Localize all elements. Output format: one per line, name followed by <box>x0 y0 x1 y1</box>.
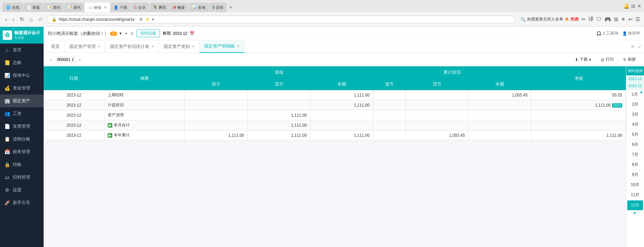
cell-summary: 资产清理 <box>104 110 185 120</box>
tab-home[interactable]: 首页 <box>46 40 65 53</box>
prev-page-button[interactable]: ‹ <box>49 56 53 63</box>
sidebar-item-settings[interactable]: ⚙ 设置 <box>0 184 44 196</box>
browser-tab-new[interactable]: 📄 新版 <box>23 3 43 12</box>
settings-account-icon[interactable]: ⊙ <box>130 31 134 36</box>
sidebar-item-guide[interactable]: 🚀 新手引导 <box>0 196 44 209</box>
browser-tab-qiye[interactable]: C 企业 <box>131 3 149 12</box>
sidebar-item-tax[interactable]: 📅 税务管理 <box>0 145 44 158</box>
customer-service-button[interactable]: 🎧 人工咨询 <box>596 30 618 36</box>
period-value: 2023-12 <box>173 31 187 36</box>
home-button[interactable]: ⌂ <box>28 15 34 24</box>
page-nav: ‹ 000001 1 › <box>49 56 82 63</box>
back-button[interactable]: ‹ <box>4 15 8 24</box>
tab-close-asset-detail-ledger[interactable]: ✕ <box>237 44 239 48</box>
minimize-icon[interactable]: 🔔 <box>624 3 629 9</box>
cell-accum-debit <box>373 110 406 120</box>
brightness-icon[interactable]: ☀ <box>621 16 626 22</box>
restore-icon[interactable]: ⊟ <box>631 3 635 9</box>
dropdown-icon[interactable]: ▾ <box>152 17 154 22</box>
period-month-7[interactable]: 7月 <box>626 150 644 160</box>
next-page-button[interactable]: › <box>77 56 82 63</box>
sidebar-label-reports: 报表中心 <box>13 72 30 78</box>
sidebar-item-inventory[interactable]: 📋 进销台账 <box>0 133 44 145</box>
bookmark-button[interactable]: ☆ <box>37 15 44 24</box>
switch-version-button[interactable]: 切到旧版 <box>137 29 160 37</box>
period-month-8[interactable]: 8月 <box>626 160 644 170</box>
browser-tab-tengxun[interactable]: 🐧 腾讯 <box>149 3 169 12</box>
th-accum-debit: 借方 <box>373 78 406 90</box>
settings-icon[interactable]: ⚙ <box>139 17 143 22</box>
browser-tab-changjie[interactable]: M 畅捷 <box>170 3 188 12</box>
reload-button[interactable]: ↻ <box>18 15 25 24</box>
add-tab-button[interactable]: + <box>227 3 234 12</box>
scroll-down-icon[interactable]: ▼ <box>626 211 643 215</box>
sidebar-item-payroll[interactable]: 👥 工资 <box>0 107 44 120</box>
browser-tab-gedi[interactable]: 📊 各地 <box>189 3 209 12</box>
period-month-11[interactable]: 11月 <box>626 190 644 200</box>
cell-orig-balance <box>310 110 373 120</box>
account-selector[interactable]: 刘小艳演示账套（勿删勿动！） 11 ▾ <box>48 30 122 37</box>
lightning-icon[interactable]: ⚡ <box>145 17 150 22</box>
sidebar-label-guide: 新手引导 <box>13 200 30 206</box>
tab-depreciation-stats[interactable]: 固定资产折旧统计表 ✕ <box>105 40 159 53</box>
browser-tab-haohui[interactable]: ☁️ 好会 ✕ <box>85 3 110 12</box>
browser-tab-list: 🌐 在线 📄 新版 📝 易代 📝 易代 ☁️ 好会 ✕ 👤 个税 C 企业 <box>3 0 234 12</box>
download-button[interactable]: ⬇ 下载 ▾ <box>572 56 594 63</box>
grid-icon[interactable]: ⊞ <box>614 16 618 22</box>
sidebar-item-ledger[interactable]: 📒 总账 <box>0 56 44 69</box>
sidebar-item-home[interactable]: ⌂ 首页 <box>0 44 44 56</box>
cell-date: 2023-12 <box>44 110 104 120</box>
period-month-12[interactable]: 12月 <box>627 200 643 210</box>
tab-asset-detail-ledger[interactable]: 固定资产明细账 ✕ <box>200 40 245 53</box>
sidebar-item-fixed-assets[interactable]: 🏢 固定资产 <box>0 95 44 107</box>
period-month-9[interactable]: 9月 <box>626 170 644 180</box>
calendar-icon[interactable]: 📅 <box>190 31 195 36</box>
period-month-5[interactable]: 5月 <box>626 130 644 140</box>
browser-tab-online[interactable]: 🌐 在线 <box>3 3 23 12</box>
refresh-button[interactable]: ↻ 刷新 <box>621 56 639 63</box>
menu-icon[interactable]: ☰ <box>635 16 640 22</box>
address-bar[interactable]: 🔒 https://cloud.chanjet.com/accounting/u… <box>47 15 515 23</box>
tab-home-label: 首页 <box>51 44 60 50</box>
browser-tab-muqian[interactable]: S 目前 <box>209 3 227 12</box>
tab-close-depreciation-stats[interactable]: ✕ <box>151 45 154 48</box>
search-bar[interactable]: 🔍 央视更新主持人名单 🔥 热搜 <box>521 16 579 22</box>
close-window-icon[interactable]: ✕ <box>637 3 641 9</box>
print-button[interactable]: 🖨 打印 <box>598 56 616 63</box>
user-name: 徐泽华 <box>628 30 640 36</box>
translate-icon[interactable]: 译 <box>588 16 594 23</box>
shield-icon[interactable]: 🛡 <box>596 16 602 22</box>
scissors-icon[interactable]: ✂ <box>581 16 586 22</box>
search-icon: 🔍 <box>521 17 526 22</box>
period-month-3[interactable]: 3月 <box>626 110 644 120</box>
tab-close-fixed-asset-mgmt[interactable]: ✕ <box>98 45 100 48</box>
sidebar-item-funds[interactable]: 💰 资金管理 <box>0 82 44 95</box>
sidebar-item-archive[interactable]: 🗂 归档管理 <box>0 171 44 184</box>
period-month-4[interactable]: 4月 <box>626 120 644 130</box>
browser-tab-yidai1[interactable]: 📝 易代 <box>44 3 64 12</box>
add-account-icon[interactable]: + <box>124 30 127 37</box>
undo-icon[interactable]: ↩ <box>628 16 633 22</box>
sidebar-item-closing[interactable]: 🔒 结账 <box>0 158 44 171</box>
gamepad-icon[interactable]: 🎮 <box>604 16 611 22</box>
browser-tab-geshui[interactable]: 👤 个税 <box>110 3 130 12</box>
scroll-up-icon[interactable]: ▲ <box>639 89 643 94</box>
period-month-10[interactable]: 10月 <box>626 180 644 190</box>
forward-button[interactable]: › <box>11 15 15 24</box>
browser-tab-yidai2[interactable]: 📝 易代 <box>64 3 84 12</box>
tab-close-icon[interactable]: ✕ <box>104 6 107 9</box>
account-dropdown-icon[interactable]: ▾ <box>119 31 122 36</box>
user-menu[interactable]: 👤 徐泽华 <box>622 30 640 36</box>
tab-fixed-asset-mgmt[interactable]: 固定资产管理 ✕ <box>65 40 105 53</box>
expand-icon[interactable]: ⤢ <box>637 44 641 49</box>
collapse-icon[interactable]: ✕ <box>631 44 635 49</box>
customer-service-label: 人工咨询 <box>602 30 618 36</box>
sidebar-item-invoice[interactable]: 📄 发票管理 <box>0 120 44 133</box>
period-month-6[interactable]: 6月 <box>626 140 644 150</box>
period-month-2[interactable]: 2月 <box>626 100 644 110</box>
tab-asset-category[interactable]: 固定资产类别 ✕ <box>159 40 200 53</box>
cell-accum-debit <box>373 120 406 130</box>
cell-summary: ▶本月合计 <box>104 120 185 130</box>
tab-close-asset-category[interactable]: ✕ <box>192 45 195 48</box>
sidebar-item-reports[interactable]: 📊 报表中心 <box>0 69 44 82</box>
